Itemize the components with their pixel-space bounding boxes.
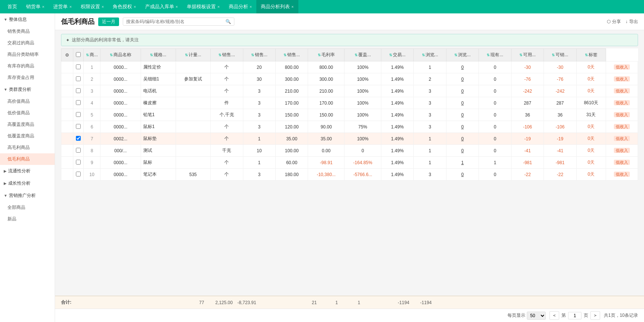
col-available[interactable]: ⇅可用... <box>511 49 544 61</box>
row-icon <box>61 169 73 181</box>
sidebar-item-low-coverage[interactable]: 低覆盖度商品 <box>0 130 55 142</box>
col-gross-margin[interactable]: ⇅毛利率 <box>308 49 345 61</box>
row-name: 鼠标1 <box>141 121 176 133</box>
row-view1[interactable]: 0 <box>446 121 478 133</box>
row-view2: 0 <box>479 97 511 109</box>
nav-close-product-analysis[interactable]: × <box>250 4 252 9</box>
nav-product-analysis[interactable]: 商品分析 × <box>224 0 256 13</box>
row-view1[interactable]: 0 <box>446 97 478 109</box>
row-view1[interactable]: 0 <box>446 133 478 145</box>
col-trade-count[interactable]: ⇅交易... <box>381 49 413 61</box>
row-checkbox[interactable] <box>73 133 84 145</box>
row-trade-count: 3 <box>414 109 446 121</box>
row-spec: 535 <box>176 169 211 181</box>
filter-btn[interactable]: 近一月 <box>98 17 119 26</box>
nav-roles[interactable]: 角色授权 × <box>108 0 140 13</box>
col-tag[interactable]: ⇅标签 <box>576 49 606 61</box>
row-view2: 0 <box>479 169 511 181</box>
sidebar-group-growth[interactable]: ▶ 成长性分析 <box>0 177 55 189</box>
nav-sales[interactable]: 销货单 × <box>22 0 49 13</box>
table-container[interactable]: ⚙ ⇅商... ⇅商品名称 ⇅规格... ⇅计量... ⇅销售... ⇅销售..… <box>55 48 644 296</box>
sidebar-item-all-goods[interactable]: 全部商品 <box>0 202 55 213</box>
nav-home[interactable]: 首页 <box>3 0 22 13</box>
sidebar-item-low-value[interactable]: 低价值商品 <box>0 107 55 119</box>
row-view1[interactable]: 0 <box>446 109 478 121</box>
row-view1[interactable]: 0 <box>446 61 478 73</box>
col-sales-price[interactable]: ⇅销售... <box>243 49 275 61</box>
col-current-stock[interactable]: ⇅现有... <box>479 49 511 61</box>
col-coverage[interactable]: ⇅覆盖... <box>345 49 381 61</box>
footer-trade-count: 21 <box>303 300 326 305</box>
row-view1[interactable]: 0 <box>446 73 478 85</box>
row-checkbox[interactable] <box>73 145 84 157</box>
nav-close-roles[interactable]: × <box>134 4 136 9</box>
nav-purchase[interactable]: 进货单 × <box>49 0 76 13</box>
select-all-checkbox[interactable] <box>76 52 81 57</box>
col-sales-qty[interactable]: ⇅销售... <box>211 49 243 61</box>
share-button[interactable]: ⬡ 分享 <box>607 19 621 25</box>
row-checkbox[interactable] <box>73 121 84 133</box>
col-code[interactable]: ⇅商... <box>84 49 100 61</box>
sidebar-group-cluster[interactable]: ▼ 类群度分析 <box>0 83 55 96</box>
nav-close-analysis-list[interactable]: × <box>291 4 294 9</box>
row-view2: 0 <box>479 121 511 133</box>
sidebar-item-sales-goods[interactable]: 销售类商品 <box>0 26 55 37</box>
row-sales-qty: 3 <box>243 169 275 181</box>
per-page-select[interactable]: 50 20 100 <box>527 312 546 320</box>
sidebar-group-marketing[interactable]: ▼ 营销推广分析 <box>0 189 55 202</box>
page-input[interactable] <box>568 312 581 319</box>
sidebar-item-capital[interactable]: 库存资金占用 <box>0 72 55 83</box>
sidebar-item-low-margin[interactable]: 低毛利商品 <box>0 153 55 165</box>
row-checkbox[interactable] <box>73 109 84 121</box>
nav-permissions[interactable]: 权限设置 × <box>76 0 108 13</box>
sidebar-item-high-coverage[interactable]: 高覆盖度商品 <box>0 119 55 130</box>
nav-close-finished-goods[interactable]: × <box>176 4 178 9</box>
row-tag: 低收入 <box>606 97 638 109</box>
sidebar-item-new-goods[interactable]: 新品 <box>0 213 55 225</box>
col-spec[interactable]: ⇅规格... <box>141 49 176 61</box>
nav-template[interactable]: 单据模板设置 × <box>182 0 224 13</box>
alert-icon: ✦ <box>66 38 70 43</box>
table-row: 3 0000... 电话机 个 3 210.00 210.00 100% 1.4… <box>61 85 638 97</box>
col-view2[interactable]: ⇅浏览... <box>446 49 478 61</box>
row-current-stock: 36 <box>511 109 544 121</box>
nav-finished-goods[interactable]: 产成品入库单 × <box>141 0 182 13</box>
search-input[interactable] <box>126 19 224 24</box>
row-checkbox[interactable] <box>73 97 84 109</box>
row-checkbox[interactable] <box>73 61 84 73</box>
search-icon[interactable]: 🔍 <box>225 19 231 24</box>
nav-close-purchase[interactable]: × <box>69 4 71 9</box>
col-unit[interactable]: ⇅计量... <box>176 49 211 61</box>
row-checkbox[interactable] <box>73 169 84 181</box>
row-view1[interactable]: 0 <box>446 145 478 157</box>
row-checkbox[interactable] <box>73 157 84 169</box>
sidebar-item-in-stock[interactable]: 有库存的商品 <box>0 60 55 72</box>
nav-close-template[interactable]: × <box>217 4 220 9</box>
col-name[interactable]: ⇅商品名称 <box>100 49 141 61</box>
row-checkbox[interactable] <box>73 85 84 97</box>
row-sales-price: 60.00 <box>275 157 308 169</box>
export-button[interactable]: ↓ 导出 <box>625 19 638 25</box>
sidebar-item-traded-goods[interactable]: 交易过的商品 <box>0 37 55 49</box>
sidebar-item-category-rate[interactable]: 商品分类助销率 <box>0 49 55 60</box>
row-view1[interactable]: 0 <box>446 169 478 181</box>
row-view1[interactable]: 1 <box>446 157 478 169</box>
col-saleable[interactable]: ⇅可销... <box>544 49 576 61</box>
per-page-selector: 每页显示 50 20 100 <box>507 312 546 320</box>
row-view1[interactable]: 0 <box>446 85 478 97</box>
nav-close-permissions[interactable]: × <box>102 4 104 9</box>
prev-page-btn[interactable]: ＜ <box>550 311 559 320</box>
col-view1[interactable]: ⇅浏览... <box>414 49 446 61</box>
row-spec <box>176 109 211 121</box>
row-checkbox[interactable] <box>73 73 84 85</box>
sidebar-item-high-margin[interactable]: 高毛利商品 <box>0 142 55 153</box>
sidebar-group-overall[interactable]: ▼ 整体信息 <box>0 13 55 26</box>
nav-analysis-list[interactable]: 商品分析列表 × <box>256 0 298 13</box>
sidebar-item-high-value[interactable]: 高价值商品 <box>0 96 55 107</box>
next-page-btn[interactable]: ＞ <box>590 311 600 320</box>
col-sales-profit[interactable]: ⇅销售... <box>275 49 308 61</box>
sidebar-group-circulation[interactable]: ▶ 流通性分析 <box>0 165 55 177</box>
col-settings[interactable]: ⚙ <box>61 49 73 61</box>
nav-close-sales[interactable]: × <box>42 4 44 9</box>
col-checkbox[interactable] <box>73 49 84 61</box>
